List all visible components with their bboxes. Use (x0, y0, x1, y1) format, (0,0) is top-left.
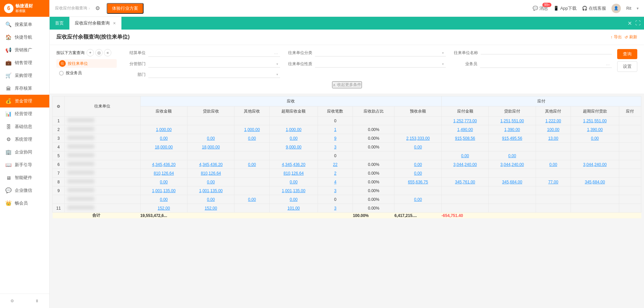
ap-group-header: 应付 (441, 96, 641, 106)
sub-dept-input[interactable]: ▾ (148, 71, 280, 78)
add-scheme-btn[interactable]: + (87, 49, 94, 56)
sales-icon: 💼 (5, 60, 11, 66)
partner-category-label: 往来单位分类 (288, 50, 312, 56)
edit-scheme-btn[interactable]: ◎ (95, 49, 103, 56)
sidebar-item-inventory[interactable]: 🏛 库存核算 (0, 82, 49, 95)
sidebar-item-wechat[interactable]: 💬 企业微信 (0, 184, 49, 197)
sidebar-item-label: 基础信息 (15, 124, 32, 130)
search-menu-icon: 🔍 (5, 21, 11, 28)
partner-cell (65, 186, 141, 195)
sidebar-item-sales[interactable]: 💼 销售管理 (0, 56, 49, 69)
sidebar-collapse-btn[interactable]: ⏸ (32, 297, 42, 305)
partner-type-label: 往来单位性质 (288, 61, 312, 67)
app-icon: 📱 (553, 6, 559, 11)
partner-type-input[interactable]: ▾ (315, 61, 446, 68)
sidebar-item-label: 企业协同 (15, 149, 32, 155)
sidebar-item-marketing[interactable]: 📢 营销推广 (0, 44, 49, 56)
refresh-button[interactable]: ↺ 刷新 (625, 34, 637, 40)
partner-name-input[interactable] (481, 51, 612, 54)
online-service-button[interactable]: 🎧 在线客服 (582, 5, 606, 11)
sidebar-item-search[interactable]: 🔍 搜索菜单 (0, 18, 49, 31)
filter-field-sub-dept: 部门 ▾ (122, 71, 280, 78)
filter-scheme-buttons: + ◎ « (87, 49, 111, 56)
collapse-button[interactable]: ∧ 收起更多条件 (332, 81, 362, 88)
table-settings-icon[interactable]: ⚙ (57, 104, 60, 109)
scheme-by-partner[interactable]: 往 按往来单位 (56, 59, 117, 68)
service-icon: 🎧 (582, 6, 587, 11)
sidebar-item-label: 经营管理 (15, 111, 32, 117)
prepay-header: 预收余额 (394, 106, 441, 117)
tab-close-icon[interactable]: × (113, 20, 116, 26)
footer-ar-ratio: 100.00% (353, 213, 394, 219)
partner-name-label: 往来单位名称 (454, 50, 478, 56)
settings-col-header: ⚙ (53, 96, 65, 117)
sidebar-bottom: ⚙ ⏸ (0, 294, 49, 308)
sidebar-menu: 🔍 搜索菜单 🏠 快捷导航 📢 营销推广 💼 销售管理 🛒 采购管理 🏛 库存核… (0, 17, 49, 294)
member-icon: 👑 (5, 200, 11, 206)
ar-count-header: 应收笔数 (318, 106, 353, 117)
partner-col-header: 往来单位 (65, 96, 141, 117)
sidebar-item-operation[interactable]: 📊 经营管理 (0, 107, 49, 120)
sidebar-item-purchase[interactable]: 🛒 采购管理 (0, 69, 49, 82)
partner-cell (65, 143, 141, 151)
basic-icon: 🗄 (5, 124, 11, 130)
partner-cell (65, 117, 141, 125)
tab-balance[interactable]: 应收应付余额查询 × (69, 17, 121, 30)
scheme-by-staff[interactable]: 按业务员 (56, 69, 117, 77)
sidebar-item-corp[interactable]: 🏢 企业协同 (0, 146, 49, 159)
partner-cell (65, 204, 141, 213)
sidebar-item-label: 智能硬件 (15, 175, 32, 181)
footer-prepay-total[interactable]: 6,417,215.... (394, 213, 441, 219)
sidebar-item-label: 畅会员 (15, 200, 28, 206)
collapse-icon: ∧ (333, 83, 336, 87)
table-row: 418,000.0018,000.009,000.0030.00%0.00 (53, 143, 641, 151)
operation-icon: 📊 (5, 111, 11, 117)
gear-icon[interactable]: ⚙ (95, 5, 100, 11)
tab-home[interactable]: 首页 (50, 17, 69, 30)
scheme-partner-label: 按往来单位 (68, 61, 88, 67)
export-button[interactable]: ↑ 导出 (610, 34, 622, 40)
tab-close-window-icon[interactable]: ✕ (628, 20, 632, 27)
table-row: 91,001,135.001,001,135.001,001,135.0030.… (53, 186, 641, 195)
sidebar-item-hardware[interactable]: 🖥 智能硬件 (0, 171, 49, 184)
sidebar-item-label: 库存核算 (15, 85, 32, 91)
sidebar-item-guide[interactable]: 📖 新手引导 (0, 159, 49, 171)
scheme-options: 往 按往来单位 按业务员 (56, 59, 117, 77)
staff-input[interactable]: … (480, 60, 612, 68)
ap-other-header: 其他应付 (536, 106, 571, 117)
sidebar-item-label: 资金管理 (15, 98, 32, 104)
username-label: Rit (626, 6, 631, 11)
guide-icon: 📖 (5, 162, 11, 168)
table-row: 80.000.000.0040.00%655,636.75345,761.003… (53, 178, 641, 186)
avatar[interactable]: 👤 (611, 4, 621, 13)
sidebar-item-system[interactable]: ⚙ 系统管理 (0, 133, 49, 146)
collapse-scheme-btn[interactable]: « (104, 49, 111, 56)
query-button[interactable]: 查询 (617, 49, 637, 59)
message-button[interactable]: 💬 消息 99+ (533, 5, 548, 11)
settings-button[interactable]: 设置 (617, 61, 637, 72)
sidebar-item-quick[interactable]: 🏠 快捷导航 (0, 31, 49, 44)
sidebar-logo: 6 畅捷通财 标准版 (0, 0, 49, 17)
partner-cell (65, 125, 141, 134)
hardware-icon: 🖥 (5, 175, 11, 181)
promo-button[interactable]: 体验行业方案 (107, 3, 144, 14)
chevron-down-icon[interactable]: ▾ (637, 6, 639, 11)
sidebar-settings-btn[interactable]: ⚙ (7, 297, 17, 305)
ar-other-header: 其他应收 (234, 106, 270, 117)
ap-amount-header: 应付金额 (441, 106, 488, 117)
scheme-staff-label: 按业务员 (66, 70, 82, 76)
footer-ar-total[interactable]: 19,553,472,6... (140, 213, 187, 219)
sidebar-item-member[interactable]: 👑 畅会员 (0, 197, 49, 210)
filter-field-partner-name: 往来单位名称 (454, 49, 612, 57)
table-row: 500.000.00 (53, 151, 641, 160)
dept-input[interactable]: ▾ (148, 61, 280, 68)
wechat-icon: 💬 (5, 187, 11, 193)
tab-maximize-icon[interactable]: ⛶ (635, 20, 641, 26)
partner-category-input[interactable]: ▾ (315, 50, 446, 56)
footer-ap-total: -654,751.40 (441, 213, 488, 219)
app-download-button[interactable]: 📱 App下载 (553, 5, 577, 11)
sidebar-item-basic[interactable]: 🗄 基础信息 (0, 120, 49, 133)
sidebar-item-finance[interactable]: 💰 资金管理 (0, 95, 49, 107)
ar-group-header: 应收 (140, 96, 441, 106)
settlement-input[interactable]: … (148, 49, 280, 57)
